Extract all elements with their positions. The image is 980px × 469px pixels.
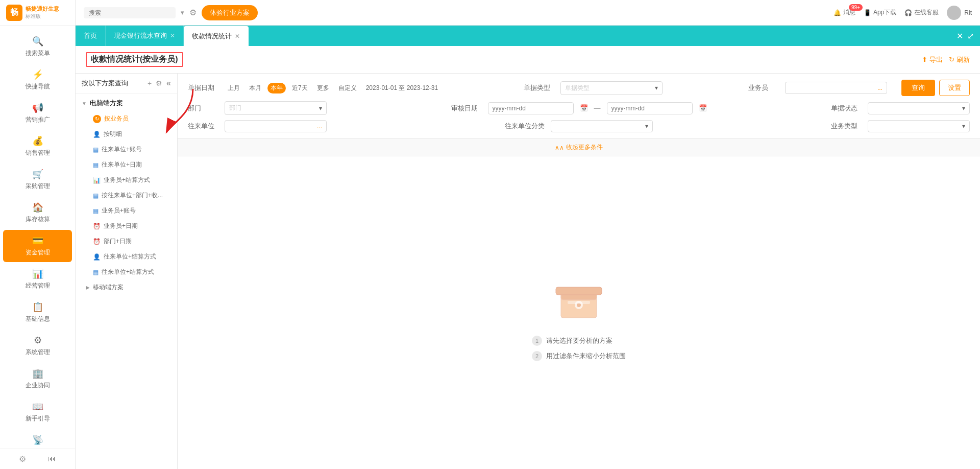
sidebar-item-search[interactable]: 🔍 搜索菜单 [3, 31, 72, 63]
add-scheme-btn[interactable]: + [148, 79, 152, 87]
collapse-more-btn[interactable]: ∧∧ 收起更多条件 [555, 143, 603, 152]
tab-bank-flow[interactable]: 现金银行流水查询 ✕ [106, 26, 184, 46]
username: Rit [964, 9, 972, 16]
partner-category-label: 往来单位分类 [505, 122, 545, 131]
biz-type-label: 业务类型 [831, 122, 862, 131]
scheme-settings-icon[interactable]: ⚙ [156, 79, 162, 87]
scheme-item-salesperson[interactable]: ↻ 按业务员 [79, 111, 174, 126]
biz-type-dropdown-icon: ▾ [962, 123, 965, 130]
sidebar-item-system[interactable]: ⚙ 系统管理 [3, 330, 72, 362]
bank-flow-tab-close[interactable]: ✕ [170, 32, 175, 39]
finance-icon: 💳 [32, 235, 43, 246]
sidebar-item-sales[interactable]: 💰 销售管理 [3, 130, 72, 162]
audit-date-to[interactable] [607, 102, 693, 114]
filter-row-1: 单据日期 上月 本月 本年 近7天 更多 自定义 2023-01-01 至 20… [188, 80, 970, 96]
tab-receipt-stats[interactable]: 收款情况统计 ✕ [184, 26, 249, 46]
refresh-btn[interactable]: ↻ 刷新 [949, 55, 970, 64]
left-panel-title: 按以下方案查询 [82, 79, 128, 88]
dept-label: 部门 [188, 104, 218, 113]
biz-type-select[interactable]: ▾ [868, 120, 970, 132]
bell-icon: 🔔 [834, 9, 841, 16]
scheme-item-salesperson-date[interactable]: ⏰ 业务员+日期 [79, 219, 174, 233]
collapse-panel-icon[interactable]: « [166, 79, 171, 88]
scheme-item-salesperson-settle[interactable]: 📊 业务员+结算方式 [79, 173, 174, 187]
audit-date-calendar-from[interactable]: 📅 [580, 104, 588, 112]
salesperson-more-icon[interactable]: ... [877, 84, 883, 91]
dept-select[interactable]: 部门 ▾ [225, 101, 327, 115]
logo-area: 畅 畅捷通好生意 标准版 [0, 0, 75, 26]
empty-illustration [548, 264, 609, 325]
sidebar-item-marketing[interactable]: 📢 营销推广 [3, 97, 72, 129]
quick-nav-icon: ⚡ [32, 69, 43, 80]
date-tab-group: 上月 本月 本年 近7天 更多 自定义 [225, 83, 360, 93]
doc-type-select[interactable]: 单据类型 ▾ [560, 81, 663, 95]
settings-btn[interactable]: 设置 [939, 80, 970, 96]
audit-date-from[interactable] [488, 102, 574, 114]
scheme-item-detail[interactable]: 👤 按明细 [79, 127, 174, 142]
doc-type-dropdown-icon: ▾ [655, 84, 658, 91]
export-btn[interactable]: ⬆ 导出 [922, 55, 943, 64]
collapse-sidebar-icon[interactable]: ⏮ [48, 454, 56, 464]
doc-status-select[interactable]: ▾ [868, 102, 970, 114]
sidebar-item-purchase[interactable]: 🛒 采购管理 [3, 163, 72, 196]
headset-icon: 🎧 [904, 9, 912, 16]
scheme-item-partner-dept[interactable]: ▦ 按往来单位+部门+收... [79, 188, 174, 203]
topbar: ▾ ⚙ 体验行业方案 🔔 消息 99+ 📱 App下载 🎧 在线客服 [76, 0, 980, 26]
sidebar-item-inventory[interactable]: 🏠 库存核算 [3, 197, 72, 229]
tab-home[interactable]: 首页 [76, 26, 106, 46]
topbar-settings-icon[interactable]: ⚙ [189, 8, 197, 17]
salesperson-select[interactable]: ... [785, 82, 887, 94]
receipt-stats-tab-close[interactable]: ✕ [235, 33, 240, 40]
scheme-label: 部门+日期 [104, 237, 132, 246]
scheme-label: 往来单位+结算方式 [104, 252, 156, 261]
close-all-tabs-btn[interactable]: ✕ [957, 31, 963, 41]
partner-category-select[interactable]: ▾ [551, 120, 653, 132]
desktop-group[interactable]: ▼ 电脑端方案 [76, 96, 177, 111]
date-tab-last-month[interactable]: 上月 [225, 83, 243, 93]
query-btn[interactable]: 查询 [901, 80, 935, 96]
tabbar: 首页 现金银行流水查询 ✕ 收款情况统计 ✕ ✕ ⤢ [76, 26, 980, 46]
filter-area: 单据日期 上月 本月 本年 近7天 更多 自定义 2023-01-01 至 20… [178, 74, 980, 139]
date-tab-this-month[interactable]: 本月 [246, 83, 264, 93]
partner-select[interactable]: ... [225, 120, 327, 132]
scheme-item-partner-date[interactable]: ▦ 往来单位+日期 [79, 157, 174, 172]
partner-label: 往来单位 [188, 122, 218, 131]
online-service-btn[interactable]: 🎧 在线客服 [904, 8, 939, 17]
scheme-label: 按往来单位+部门+收... [102, 191, 163, 200]
page-content: 收款情况统计(按业务员) ⬆ 导出 ↻ 刷新 按以下方 [76, 46, 980, 469]
sidebar-item-basic-info[interactable]: 📋 基础信息 [3, 296, 72, 329]
audit-date-calendar-to[interactable]: 📅 [699, 104, 707, 112]
partner-more-icon[interactable]: ... [317, 123, 322, 130]
message-btn[interactable]: 🔔 消息 99+ [834, 8, 855, 17]
scheme-item-partner-settle-2[interactable]: ▦ 往来单位+结算方式 [79, 265, 174, 279]
sidebar-item-operations[interactable]: 📊 经营管理 [3, 263, 72, 295]
app-download-btn[interactable]: 📱 App下载 [864, 8, 896, 17]
people-icon: 👤 [93, 131, 101, 138]
operations-icon: 📊 [32, 268, 43, 279]
date-tab-this-year[interactable]: 本年 [267, 83, 286, 93]
topbar-search-input[interactable] [84, 7, 176, 18]
mobile-group[interactable]: ▶ 移动端方案 [76, 280, 177, 295]
sidebar-item-smart-hw[interactable]: 📡 智能硬件 [3, 429, 72, 449]
trial-btn[interactable]: 体验行业方案 [202, 5, 258, 20]
settings-bottom-icon[interactable]: ⚙ [19, 454, 26, 464]
sidebar-item-quicknav[interactable]: ⚡ 快捷导航 [3, 64, 72, 96]
scheme-item-partner-settle-1[interactable]: 👤 往来单位+结算方式 [79, 249, 174, 264]
expand-btn[interactable]: ⤢ [967, 31, 974, 41]
topbar-dropdown-icon[interactable]: ▾ [181, 9, 184, 16]
sidebar-item-guide[interactable]: 📖 新手引导 [3, 396, 72, 428]
scheme-item-salesperson-account[interactable]: ▦ 业务员+账号 [79, 203, 174, 218]
date-tab-more[interactable]: 更多 [314, 83, 332, 93]
scheme-item-partner-account[interactable]: ▦ 往来单位+账号 [79, 142, 174, 157]
page-actions: ⬆ 导出 ↻ 刷新 [922, 55, 970, 64]
collapse-chevron-icon: ∧∧ [555, 144, 564, 151]
sidebar-item-finance[interactable]: 💳 资金管理 [3, 230, 72, 262]
bar-icon: 📊 [93, 177, 101, 184]
doc-status-label: 单据状态 [831, 104, 862, 113]
clock-icon-2: ⏰ [93, 238, 101, 245]
date-tab-7days[interactable]: 近7天 [289, 83, 311, 93]
scheme-item-dept-date[interactable]: ⏰ 部门+日期 [79, 234, 174, 249]
sidebar-item-enterprise[interactable]: 🏢 企业协同 [3, 363, 72, 395]
table-icon-2: ▦ [93, 161, 99, 169]
date-tab-custom[interactable]: 自定义 [335, 83, 360, 93]
